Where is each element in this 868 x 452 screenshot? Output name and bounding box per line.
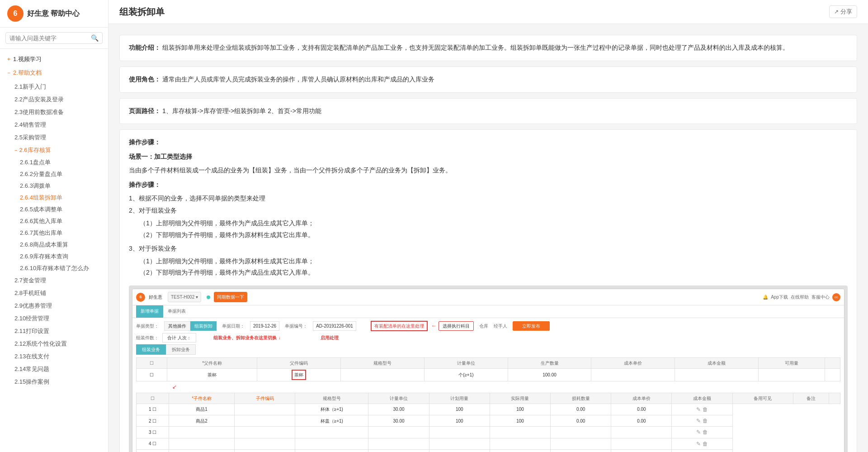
ltd-loss2: 0.00 [551,415,611,426]
code-input-red1[interactable]: 茶杯 [292,370,306,380]
sidebar-item-sub26[interactable]: − 2.6库存核算 [14,144,108,157]
sidebar-item-sub265[interactable]: 2.6.5成本调整单 [20,204,108,215]
tab-other[interactable]: 其他操作 [164,321,190,331]
ltd-spec3 [295,427,368,438]
form-row-1: 单据类型： 其他操作 组装拆卸 单据日期： 2019-12-26 单据编号： A… [136,321,840,331]
sidebar-item-sub269[interactable]: 2.6.9库存账本查询 [20,251,108,262]
form-count[interactable]: 合计 人次： [162,333,196,343]
step3-sub2: （2）下部明细为子件明细，最终作为产成品生成其它入库单。 [129,267,848,278]
sidebar-item-sub23[interactable]: 2.3使用前数据准备 [14,106,108,119]
td-ops1 [825,369,840,381]
logo-area: 6 好生意 帮助中心 [0,0,108,28]
ltd-code3 [235,427,295,438]
step2: 2、对于组装业务 [129,205,848,216]
arrow3: ↓ [278,334,281,342]
ltd-check4[interactable]: 4 ☐ [137,438,169,449]
ltd-actual1: 100 [490,404,550,415]
td-name1: 茶杯 [167,369,257,381]
annotation4-area: 启用处理 [321,334,339,342]
path-text: 1、库存核算->库存管理->组装拆卸单 2、首页->常用功能 [162,107,321,114]
sidebar-item-sub27[interactable]: 2.7资金管理 [14,274,108,287]
th-parent-code: 父件编码 [257,358,341,369]
app-company-dropdown[interactable]: TEST-H002 ▾ [168,292,201,302]
ltd-ops3: ✎ 🗑 [672,427,732,438]
scene1-title: 场景一：加工类型选择 [129,152,848,162]
select-subject-btn[interactable]: 选择执行科目 [439,321,474,331]
step3: 3、对于拆装业务 [129,243,848,254]
sidebar-item-sub212[interactable]: 2.12系统个性化设置 [14,338,108,350]
ltd-plan3 [429,427,490,438]
form-row-2: 组装件数： 合计 人次： 组装业务、拆卸业务在这里切换 ↓ 启用处理 [136,333,840,343]
scene1-desc: 当由多个子件材料组装成一个成品的业务为【组装】业务，当由一个父件拆分成多个子产品… [129,165,848,176]
sidebar-item-sub28[interactable]: 2.8手机旺铺 [14,287,108,300]
sidebar-item-sub262[interactable]: 2.6.2分量盘点单 [20,168,108,180]
sidebar-item-sub261[interactable]: 2.6.1盘点单 [20,157,108,168]
bell-icon[interactable]: 🔔 [763,293,768,301]
sidebar-item-sub213[interactable]: 2.13在线支付 [14,350,108,363]
lth-actual-qty: 实际用量 [490,393,550,404]
sidebar-item-sub266[interactable]: 2.6.6其他入库单 [20,215,108,227]
sidebar-item-sub29[interactable]: 2.9优惠券管理 [14,300,108,312]
th-parent-qty: 生产数量 [508,358,591,369]
child-row-1: 1 ☐ 商品1 杯体（≥+1) 30.00 100 100 0.00 0.00 [137,404,840,415]
sidebar-item-sub2610[interactable]: 2.6.10库存账本错了怎么办 [20,262,108,274]
ltd-check3[interactable]: 3 ☐ [137,427,169,438]
sidebar-item-sub211[interactable]: 2.11打印设置 [14,325,108,338]
sidebar-item-sub263[interactable]: 2.6.3调拨单 [20,180,108,192]
lth-unit: 计量单位 [368,393,429,404]
ltd-name3 [169,427,235,438]
app-logo-small: 6 [136,293,145,302]
ltd-costprice1: 0.00 [611,404,672,415]
sidebar-item-sub214[interactable]: 2.14常见问题 [14,363,108,376]
form-num[interactable]: AD-20191226-001 [313,321,356,331]
td-cost1 [591,369,675,381]
sidebar-item-cat1[interactable]: + 1.视频学习 [0,52,108,66]
search-input[interactable] [9,35,91,42]
td-unit1: 个(≥+1) [424,369,508,381]
child-row-4: 4 ☐ ✎ 🗑 [137,438,840,449]
arrow1: ← [431,321,437,330]
app-icon[interactable]: App下载 [771,293,788,301]
annotation3-text: 组装业务、拆卸业务在这里切换 [213,334,277,342]
sidebar-item-cat2[interactable]: − 2.帮助文档 [0,66,108,80]
avatar-icon[interactable]: cc [832,293,840,301]
form-label-num: 单据编号： [285,322,307,330]
sidebar-item-sub25[interactable]: 2.5采购管理 [14,131,108,144]
sidebar-item-sub22[interactable]: 2.2产品安装及登录 [14,93,108,106]
th-ops [825,358,840,369]
lth-ops [829,393,840,404]
td-check1[interactable]: ☐ [137,369,167,381]
sidebar-item-sub24[interactable]: 2.4销售管理 [14,119,108,131]
annotation-arrow-down: ↙ [136,382,840,391]
tab-disassemble-type[interactable]: 拆卸业务 [166,344,196,355]
ltd-check1[interactable]: 1 ☐ [137,404,169,415]
intro-label: 功能介绍： [129,44,160,51]
save-btn[interactable]: 立即发布 [513,321,550,331]
sidebar-item-sub267[interactable]: 2.6.7其他出库单 [20,227,108,239]
sidebar-item-sub215[interactable]: 2.15操作案例 [14,376,108,388]
ltd-unit1: 30.00 [368,404,429,415]
tab-list[interactable]: 单据列表 [163,305,190,318]
ltd-code1 [235,404,295,415]
search-area: 🔍 [0,28,108,49]
form-date[interactable]: 2019-12-26 [250,321,279,331]
app-nav-dropdown[interactable]: 同期数据一下 [214,292,247,302]
ltd-plan2: 100 [429,415,490,426]
ltd-unit2: 30.00 [368,415,429,426]
tab-assemble-type[interactable]: 组装业务 [136,344,166,355]
sidebar-item-sub210[interactable]: 2.10经营管理 [14,312,108,325]
tab-new[interactable]: 新增单据 [136,305,163,318]
app-screenshot-container: 6 好生意 TEST-H002 ▾ 同期数据一下 🔔 App下载 在线帮助 客服… [129,285,848,452]
share-button[interactable]: ↗ 分享 [829,5,857,18]
ltd-check5[interactable]: 5 ☐ [137,450,169,452]
ltd-check2[interactable]: 2 ☐ [137,415,169,426]
app-brand: 好生意 [149,293,162,301]
main-content: 功能介绍： 组装拆卸单用来处理企业组装或拆卸等加工业务，支持有固定装配清单的产品… [108,24,868,452]
service-icon[interactable]: 客服中心 [811,293,830,301]
sidebar-item-sub264[interactable]: 2.6.4组装拆卸单 [20,192,108,204]
sidebar-item-sub21[interactable]: 2.1新手入门 [14,81,108,93]
tab-assemble[interactable]: 组装拆卸 [190,321,217,331]
sidebar-item-sub268[interactable]: 2.6.8商品成本重算 [20,239,108,251]
search-icon[interactable]: 🔍 [91,34,99,42]
help-icon[interactable]: 在线帮助 [791,293,809,301]
